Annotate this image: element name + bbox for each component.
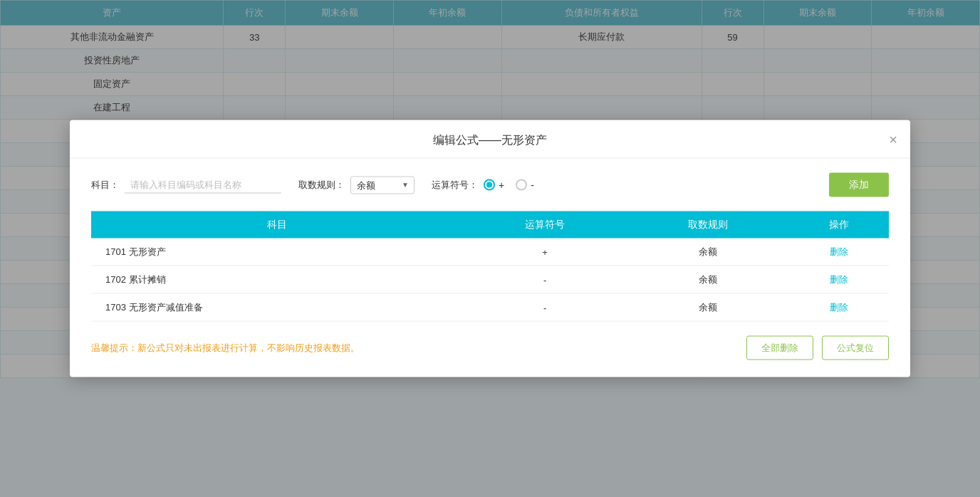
delete-all-button[interactable]: 全部删除 (746, 336, 813, 360)
operator-plus-label: + (499, 179, 504, 191)
formula-operator-cell: + (464, 239, 627, 266)
delete-row-button-1[interactable]: 删除 (830, 273, 848, 286)
formula-operator-cell: - (464, 293, 627, 321)
formula-action-cell: 删除 (789, 293, 889, 321)
radio-plus-circle (484, 179, 495, 191)
formula-operator-cell: - (464, 266, 627, 293)
formula-subject-cell: 1702 累计摊销 (91, 266, 464, 293)
formula-action-cell: 删除 (789, 266, 889, 293)
th-operator: 运算符号 (464, 211, 627, 239)
formula-form: 科目： 取数规则： 余额 借方 贷方 借方发生额 贷方发生额 ▼ 运算符号： (70, 159, 910, 211)
formula-row: 1701 无形资产 + 余额 删除 (91, 239, 889, 266)
rule-select-wrapper: 余额 借方 贷方 借方发生额 贷方发生额 ▼ (350, 176, 415, 194)
formula-table-body: 1701 无形资产 + 余额 删除 1702 累计摊销 - 余额 删除 1703… (91, 239, 889, 322)
formula-subject-cell: 1701 无形资产 (91, 239, 464, 266)
th-action: 操作 (789, 211, 889, 239)
operator-field-group: 运算符号： + - (432, 179, 534, 192)
formula-row: 1703 无形资产减值准备 - 余额 删除 (91, 293, 889, 321)
formula-row: 1702 累计摊销 - 余额 删除 (91, 266, 889, 293)
subject-field-group: 科目： (91, 177, 281, 194)
operator-label: 运算符号： (432, 179, 478, 192)
tip-icon: 温馨提示： (91, 342, 137, 353)
rule-label: 取数规则： (298, 179, 345, 192)
modal-header: 编辑公式——无形资产 × (70, 120, 910, 159)
formula-action-cell: 删除 (789, 239, 889, 266)
table-header-row: 科目 运算符号 取数规则 操作 (91, 211, 889, 239)
tip-text: 新公式只对未出报表进行计算，不影响历史报表数据。 (137, 342, 360, 353)
th-rule: 取数规则 (626, 211, 789, 239)
edit-formula-modal: 编辑公式——无形资产 × 科目： 取数规则： 余额 借方 贷方 借方发生额 贷方… (70, 120, 910, 377)
add-button[interactable]: 添加 (829, 173, 889, 197)
reset-formula-button[interactable]: 公式复位 (822, 336, 889, 360)
formula-subject-cell: 1703 无形资产减值准备 (91, 293, 464, 321)
delete-row-button-0[interactable]: 删除 (830, 246, 848, 258)
rule-select[interactable]: 余额 借方 贷方 借方发生额 贷方发生额 (350, 176, 415, 194)
subject-label: 科目： (91, 179, 119, 192)
formula-table: 科目 运算符号 取数规则 操作 1701 无形资产 + 余额 删除 1702 累… (91, 211, 889, 322)
close-button[interactable]: × (889, 132, 897, 146)
operator-radio-group: + - (484, 179, 534, 191)
operator-plus-radio[interactable]: + (484, 179, 504, 191)
formula-rule-cell: 余额 (626, 266, 789, 293)
footer-tip: 温馨提示：新公式只对未出报表进行计算，不影响历史报表数据。 (91, 342, 360, 355)
operator-minus-radio[interactable]: - (516, 179, 534, 191)
delete-row-button-2[interactable]: 删除 (830, 301, 848, 314)
radio-minus-circle (516, 179, 527, 191)
rule-field-group: 取数规则： 余额 借方 贷方 借方发生额 贷方发生额 ▼ (298, 176, 415, 194)
th-subject: 科目 (91, 211, 464, 239)
modal-footer: 温馨提示：新公式只对未出报表进行计算，不影响历史报表数据。 全部删除 公式复位 (70, 336, 910, 360)
formula-table-wrapper: 科目 运算符号 取数规则 操作 1701 无形资产 + 余额 删除 1702 累… (70, 211, 910, 322)
modal-title: 编辑公式——无形资产 (433, 133, 547, 148)
formula-rule-cell: 余额 (626, 293, 789, 321)
subject-input[interactable] (125, 177, 281, 194)
footer-buttons: 全部删除 公式复位 (746, 336, 889, 360)
operator-minus-label: - (531, 179, 534, 191)
formula-rule-cell: 余额 (626, 239, 789, 266)
